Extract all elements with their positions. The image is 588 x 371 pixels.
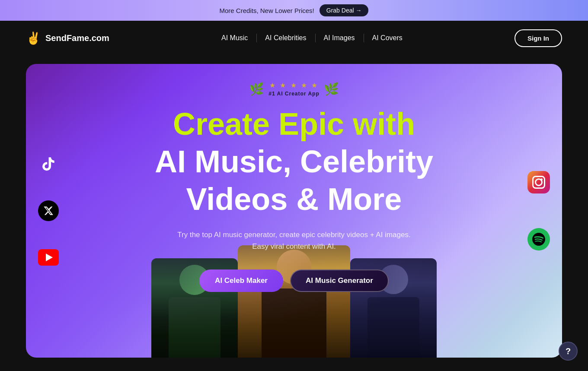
badge-row: 🌿 ★ ★ ★ ★ ★ #1 AI Creator App 🌿	[35, 81, 553, 97]
social-icons-left	[38, 64, 59, 358]
instagram-icon[interactable]	[527, 171, 550, 193]
help-button[interactable]: ?	[559, 342, 578, 361]
celeb-maker-button[interactable]: AI Celeb Maker	[199, 270, 283, 292]
laurel-right: 🌿	[324, 82, 339, 96]
hero-wrapper: 🌿 ★ ★ ★ ★ ★ #1 AI Creator App 🌿 Create E…	[0, 55, 588, 358]
spotify-icon[interactable]	[527, 228, 550, 251]
hero-subtitle-line2: Easy viral content with AI.	[252, 242, 336, 251]
badge-center: ★ ★ ★ ★ ★ #1 AI Creator App	[268, 81, 319, 97]
logo-link[interactable]: ✌️ SendFame.com	[26, 31, 109, 45]
hero-subtitle: Try the top AI music generator, create e…	[35, 229, 553, 252]
logo-emoji: ✌️	[26, 31, 41, 45]
hero-buttons: AI Celeb Maker AI Music Generator	[35, 270, 553, 292]
nav-ai-music[interactable]: AI Music	[221, 34, 248, 41]
twitter-icon[interactable]	[38, 200, 59, 221]
top-banner: More Credits, New Lower Prices! Grab Dea…	[0, 0, 588, 21]
signin-button[interactable]: Sign In	[514, 29, 562, 47]
nav-ai-images[interactable]: AI Images	[324, 34, 355, 41]
social-icons-right	[527, 64, 550, 358]
navbar: ✌️ SendFame.com AI Music AI Celebrities …	[0, 21, 588, 55]
tiktok-icon[interactable]	[38, 154, 59, 174]
badge-text: #1 AI Creator App	[268, 91, 319, 97]
badge-stars: ★ ★ ★ ★ ★	[269, 81, 319, 89]
nav-ai-celebrities[interactable]: AI Celebrities	[265, 34, 306, 41]
hero-title-line1: Create Epic with	[35, 107, 553, 141]
hero-subtitle-line1: Try the top AI music generator, create e…	[177, 231, 410, 239]
youtube-icon[interactable]	[38, 247, 59, 268]
logo-text: SendFame.com	[45, 33, 109, 43]
hero-title-line2: AI Music, Celebrity	[35, 145, 553, 179]
banner-text: More Credits, New Lower Prices!	[220, 7, 314, 14]
music-generator-button[interactable]: AI Music Generator	[290, 270, 389, 292]
nav-links: AI Music AI Celebrities AI Images AI Cov…	[213, 34, 411, 42]
hero-content: 🌿 ★ ★ ★ ★ ★ #1 AI Creator App 🌿 Create E…	[26, 64, 562, 318]
nav-ai-covers[interactable]: AI Covers	[372, 34, 403, 41]
grab-deal-button[interactable]: Grab Deal →	[320, 4, 369, 16]
laurel-left: 🌿	[249, 82, 264, 96]
hero-card: 🌿 ★ ★ ★ ★ ★ #1 AI Creator App 🌿 Create E…	[26, 64, 562, 358]
hero-title-line3: Videos & More	[35, 182, 553, 216]
